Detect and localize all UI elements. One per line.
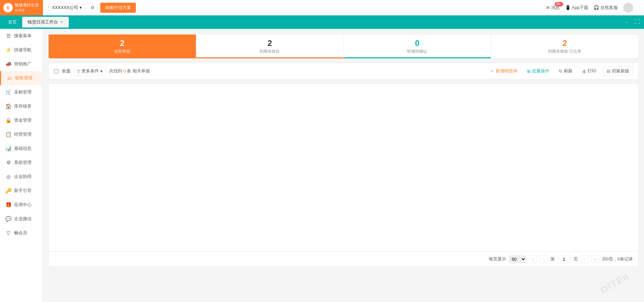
stat-overdue-underline [196,57,343,58]
sidebar-item-finance[interactable]: 🔒 资金管理 [0,113,43,127]
stat-shipped[interactable]: 2 到期未收款 已出库 [491,35,638,58]
nav-right-actions: － ⛶ [623,17,641,27]
operations-icon: 📋 [5,131,11,137]
sidebar-item-quick-nav-label: 快捷导航 [14,47,32,53]
filter-icon: ▽ [77,69,80,74]
sidebar-item-quick-nav[interactable]: ⚡ 快捷导航 [0,43,43,57]
total-records: 共0页，0条记录 [602,256,633,262]
messages-btn[interactable]: ✉ 消息 99+ [546,5,560,11]
empty-table-body [49,84,638,251]
new-order-button[interactable]: ＋ 新增销货单 [487,67,520,75]
tab-workbench[interactable]: 钱货日清工作台 ✕ [22,17,69,27]
quick-nav-icon: ⚡ [5,47,11,53]
top-bar: 6 畅捷通好生意 标准版 XXXXXX公司 ▾ ⚙ 体验行业方案 ✉ 消息 99… [0,0,644,15]
search-menu-icon: ☰ [5,33,11,39]
stat-overdue[interactable]: 2 到期未收款 [196,35,344,58]
nav-minimize-icon[interactable]: － [623,17,631,27]
sidebar-item-search-menu[interactable]: ☰ 搜索菜单 [0,29,43,43]
stat-all[interactable]: 2 全部单据 [49,35,196,58]
print-label: 打印 [588,68,596,74]
tab-home[interactable]: 首页 [3,17,22,27]
nav-tabs: 首页 钱货日清工作台 ✕ － ⛶ [0,15,644,29]
app-center-icon: 🎁 [5,202,11,208]
wechat-icon: 💬 [5,216,11,222]
trial-button[interactable]: 体验行业方案 [100,3,136,13]
sidebar: ☰ 搜索菜单 ⚡ 快捷导航 📣 营销推广 🏷 销售管理 🛒 采购管理 🏠 库存核… [0,29,43,302]
user-avatar[interactable] [623,3,633,13]
sidebar-item-inventory[interactable]: 🏠 库存核算 [0,99,43,113]
switch-label: 切换新版 [612,68,629,74]
stat-pending[interactable]: 0 旺铺待确认 [344,35,491,58]
first-page-button[interactable]: « [529,255,537,263]
stat-overdue-count: 2 [203,39,337,48]
sidebar-item-system-label: 系统管理 [14,160,32,166]
found-text: 共找到 0 条 相关单据 [109,68,150,74]
filter-dropdown-icon: ▾ [100,69,103,74]
sidebar-item-enterprise-label: 企业协同 [14,174,32,180]
page-number-input[interactable] [557,255,571,263]
tab-close-icon[interactable]: ✕ [60,20,63,24]
page-suffix: 页 [574,256,578,262]
sidebar-item-inventory-label: 库存核算 [14,103,32,109]
service-icon: 🎧 [594,5,599,10]
filter-button[interactable]: ▽ 更多条件 ▾ [74,66,106,76]
select-all-checkbox[interactable] [54,69,58,73]
stat-all-count: 2 [55,39,189,48]
sidebar-item-system[interactable]: ⚙ 系统管理 [0,156,43,170]
dropdown-icon: ▾ [79,5,82,10]
sidebar-item-app-center-label: 应用中心 [14,202,32,208]
enterprise-icon: ◎ [5,174,11,180]
found-prefix: 共找到 [109,68,122,73]
batch-operation-button[interactable]: ⊞ 批量操作 [524,67,552,75]
sidebar-item-basic-info[interactable]: 📊 基础信息 [0,141,43,156]
nav-maximize-icon[interactable]: ⛶ [633,17,641,27]
print-button[interactable]: 🖨 打印 [579,67,599,75]
sales-icon: 🏷 [6,75,12,81]
online-service-btn[interactable]: 🎧 在线客服 [594,5,618,11]
sidebar-item-purchase[interactable]: 🛒 采购管理 [0,85,43,99]
inventory-icon: 🏠 [5,103,11,109]
sidebar-item-marketing[interactable]: 📣 营销推广 [0,57,43,71]
sidebar-item-member-label: 畅会员 [14,230,27,236]
stat-shipped-count: 2 [498,39,632,48]
table-area: 每页显示 10 20 50 100 « ‹ 第 页 › » 共0页，0条记录 [48,83,639,267]
stat-shipped-label: 到期未收款 已出库 [498,49,632,54]
sidebar-item-basic-info-label: 基础信息 [14,145,32,152]
toolbar: 全选 ▽ 更多条件 ▾ 共找到 0 条 相关单据 ＋ 新增销货单 ⊞ 批量操作 [48,63,639,79]
purchase-icon: 🛒 [5,89,11,95]
messages-badge: 99+ [555,2,563,6]
sidebar-item-wechat[interactable]: 💬 企业微信 [0,212,43,226]
pagination: 每页显示 10 20 50 100 « ‹ 第 页 › » 共0页，0条记录 [49,251,638,266]
sidebar-item-operations[interactable]: 📋 经营管理 [0,127,43,141]
sidebar-item-member[interactable]: ▽ 畅会员 [0,226,43,240]
logo-text: 畅捷通好生意 标准版 [15,3,39,12]
switch-version-button[interactable]: ⊟ 切换新版 [603,66,633,76]
next-page-button[interactable]: › [581,255,589,263]
company-selector[interactable]: XXXXXX公司 ▾ [48,3,86,12]
stats-row: 2 全部单据 2 到期未收款 0 旺铺待确认 2 到期未收款 已出库 [48,34,639,59]
app-name: 畅捷通好生意 [15,3,39,8]
guide-icon: 🔑 [5,188,11,194]
sidebar-item-guide[interactable]: 🔑 新手引导 [0,184,43,198]
app-download-btn[interactable]: 📱 App下载 [565,5,588,11]
print-icon: 🖨 [582,69,586,74]
stat-pending-count: 0 [351,39,484,48]
page-label: 第 [550,256,555,262]
app-download-icon: 📱 [565,5,571,10]
select-all-label: 全选 [62,68,70,74]
sidebar-item-app-center[interactable]: 🎁 应用中心 [0,198,43,212]
tab-workbench-label: 钱货日清工作台 [28,19,58,25]
logo-area: 6 畅捷通好生意 标准版 [0,0,43,15]
found-suffix: 条 相关单据 [127,68,150,73]
per-page-select[interactable]: 10 20 50 100 [509,255,526,263]
last-page-button[interactable]: » [591,255,599,263]
stat-pending-label: 旺铺待确认 [351,49,484,54]
sidebar-item-sales[interactable]: 🏷 销售管理 [0,71,43,85]
batch-icon: ⊞ [527,69,531,74]
gear-button[interactable]: ⚙ [88,3,98,13]
toolbar-right: ＋ 新增销货单 ⊞ 批量操作 ↻ 刷新 🖨 打印 ⊟ 切换新版 [487,66,633,76]
sidebar-item-enterprise[interactable]: ◎ 企业协同 [0,170,43,184]
prev-page-button[interactable]: ‹ [540,255,548,263]
refresh-button[interactable]: ↻ 刷新 [556,67,575,75]
sidebar-item-guide-label: 新手引导 [14,188,32,194]
